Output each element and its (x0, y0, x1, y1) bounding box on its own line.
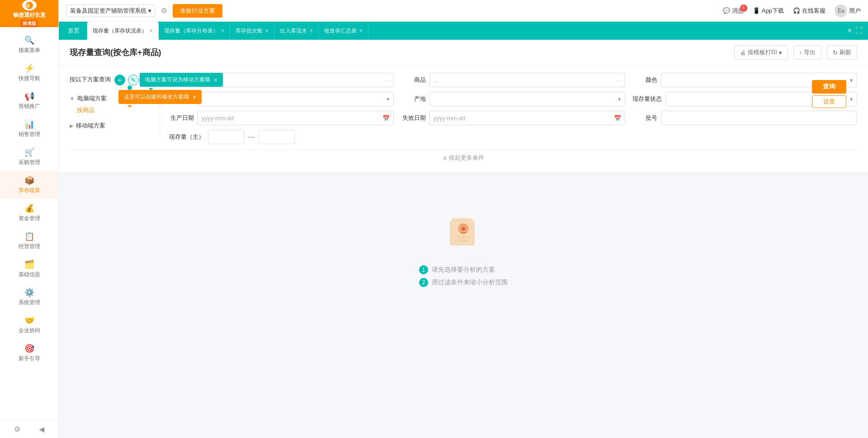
tab-in-out-flow-label: 出入库流水 (280, 27, 307, 35)
tab-home[interactable]: 首页 (61, 22, 87, 40)
product-input[interactable]: ... ··· (429, 73, 626, 87)
user-menu[interactable]: Ea 用户 (835, 5, 861, 17)
app-download[interactable]: 📱 App下载 (753, 7, 784, 15)
inventory-icon: 📦 (24, 175, 34, 185)
size-filter: 尺码 ▾ (169, 92, 394, 106)
online-support[interactable]: 🎧 在线客服 (793, 7, 826, 15)
export-btn[interactable]: ↑ 导出 (793, 45, 822, 60)
tab-in-out-flow[interactable]: 出入库流水 × (274, 22, 319, 40)
empty-illustration (441, 209, 486, 254)
stock-main-max[interactable] (259, 130, 295, 144)
tab-inventory-status[interactable]: 现存量（库存状况表） × (87, 22, 159, 40)
tab-inventory-dist-label: 现存量（库存分布表） (164, 27, 218, 35)
system-selector[interactable]: 装备及固定资产辅助管理系统 ▾ (66, 5, 156, 17)
sidebar-item-inventory[interactable]: 📦 库存核算 (0, 171, 58, 199)
add-scheme-btn[interactable]: + (114, 75, 125, 85)
sidebar-item-basic-label: 基础信息 (19, 271, 40, 278)
sidebar-collapse-btn[interactable]: ◀ (39, 425, 44, 433)
message-badge: 6 (740, 5, 747, 12)
sidebar-item-purchase[interactable]: 🛒 采购管理 (0, 143, 58, 171)
collapse-btn[interactable]: ∧ 收起更多条件 (443, 154, 484, 162)
app-download-label: App下载 (762, 7, 784, 15)
origin-filter: 产地 ▾ (401, 92, 626, 106)
edit-scheme-btn[interactable]: ✎ (128, 75, 139, 85)
refresh-btn[interactable]: ↻ 刷新 (827, 45, 857, 60)
chevron-down-stock-status: ▾ (850, 96, 853, 103)
sidebar-item-search[interactable]: 🔍 搜索菜单 (0, 31, 58, 59)
tab-inventory-dist[interactable]: 现存量（库存分布表） × (159, 22, 230, 40)
sidebar-item-operations[interactable]: 📋 经营管理 (0, 227, 58, 255)
maximize-icon[interactable]: ⛶ (855, 27, 863, 35)
tab-in-out-flow-close[interactable]: × (310, 28, 313, 34)
calendar-icon: 📅 (382, 115, 390, 122)
sidebar-logo: 6 畅捷通好生意 标准版 (0, 0, 58, 27)
expand-arrow: ▼ (70, 96, 75, 101)
product-filter: 商品 ... ··· (401, 73, 626, 87)
sidebar-item-enterprise[interactable]: 🤝 企业协同 (0, 311, 58, 339)
tab-receipt-summary-close[interactable]: × (359, 28, 363, 34)
expiry-date-input[interactable]: yyyy-mm-dd 📅 (429, 111, 626, 125)
production-date-filter: 生产日期 yyyy-mm-dd 📅 (169, 111, 394, 125)
chevron-down-origin: ▾ (618, 96, 621, 103)
svg-rect-7 (458, 240, 469, 241)
settings-button[interactable]: 设置 (812, 95, 846, 108)
tab-batch-ledger[interactable]: 库存批次账 × (230, 22, 274, 40)
calendar-icon2: 📅 (614, 115, 621, 122)
tooltip-create-scheme: 这里可以创建和修改方案哦 × (118, 90, 202, 104)
batch-input[interactable] (661, 111, 857, 125)
sidebar-settings-btn[interactable]: ⚙ (14, 425, 20, 433)
phone-icon: 📱 (753, 7, 760, 14)
page-title: 现存量查询(按仓库+商品) (70, 47, 161, 58)
tab-inventory-status-label: 现存量（库存状况表） (93, 27, 147, 35)
sidebar-item-quick-nav[interactable]: ⚡ 快捷导航 (0, 59, 58, 87)
sidebar-item-purchase-label: 采购管理 (19, 159, 40, 166)
production-date-input[interactable]: yyyy-mm-dd 📅 (198, 111, 394, 125)
stock-status-label: 现存量状态 (632, 95, 662, 103)
sidebar-item-basic[interactable]: 🗂️ 基础信息 (0, 255, 58, 283)
sidebar-item-sales-label: 销售管理 (19, 131, 40, 138)
sidebar-item-finance[interactable]: 💰 资金管理 (0, 199, 58, 227)
sidebar-item-guide[interactable]: 🎯 新手引导 (0, 339, 58, 367)
scheme-item-product[interactable]: 按商品 (77, 104, 152, 116)
tooltip1-close[interactable]: × (214, 76, 217, 84)
step-1-num: 1 (419, 265, 428, 274)
print-template-btn[interactable]: 🖨 按模板打印 ▾ (734, 45, 788, 60)
desktop-scheme-items: 按商品 (70, 104, 152, 116)
headset-icon: 🎧 (793, 7, 800, 14)
tab-inventory-dist-close[interactable]: × (221, 28, 224, 34)
scheme-mobile-section: ▶ 移动端方案 (70, 118, 152, 133)
search-nav-icon: 🔍 (24, 35, 34, 45)
chevron-up-icon: ∧ (443, 155, 447, 161)
color-label: 颜色 (632, 76, 657, 84)
gear-icon[interactable]: ⚙ (161, 6, 167, 15)
sidebar-item-inventory-label: 库存核算 (19, 187, 40, 194)
size-select[interactable]: ▾ (198, 92, 394, 106)
sidebar-bottom: ⚙ ◀ (0, 420, 58, 438)
warehouse-input[interactable]: ... ··· (198, 73, 394, 87)
sidebar-item-marketing[interactable]: 📢 营销推广 (0, 87, 58, 115)
sales-icon: 📊 (24, 119, 34, 129)
tab-batch-ledger-close[interactable]: × (265, 28, 269, 34)
refresh-icon: ↻ (833, 49, 838, 56)
desktop-scheme-label: 电脑端方案 (77, 94, 107, 103)
filter-label: 按以下方案查询 (70, 75, 111, 84)
collapse-label: 收起更多条件 (449, 154, 484, 162)
message-center[interactable]: 💬 消息 6 (723, 7, 744, 15)
production-date-placeholder: yyyy-mm-dd (202, 115, 234, 122)
origin-select[interactable]: ▾ (429, 92, 626, 106)
dots-icon2: ··· (616, 77, 621, 84)
close-all-tabs-icon[interactable]: × (848, 27, 852, 35)
stock-main-min[interactable] (208, 130, 244, 144)
sidebar-item-sales[interactable]: 📊 销售管理 (0, 115, 58, 143)
page-content: 现存量查询(按仓库+商品) 🖨 按模板打印 ▾ ↑ 导出 ↻ 刷新 (59, 40, 868, 438)
tab-inventory-status-close[interactable]: × (150, 28, 153, 34)
scheme-mobile-node[interactable]: ▶ 移动端方案 (70, 120, 152, 132)
tooltip2-close[interactable]: × (193, 94, 196, 101)
system-icon: ⚙️ (24, 287, 34, 297)
sidebar-item-system[interactable]: ⚙️ 系统管理 (0, 283, 58, 311)
trial-button[interactable]: 体验行业方案 (173, 4, 222, 18)
dash-icon: — (248, 133, 255, 141)
scheme-item-label: 按商品 (77, 106, 94, 114)
search-button[interactable]: 查询 (812, 80, 846, 94)
tab-receipt-summary[interactable]: 收发存汇总表 × (319, 22, 368, 40)
